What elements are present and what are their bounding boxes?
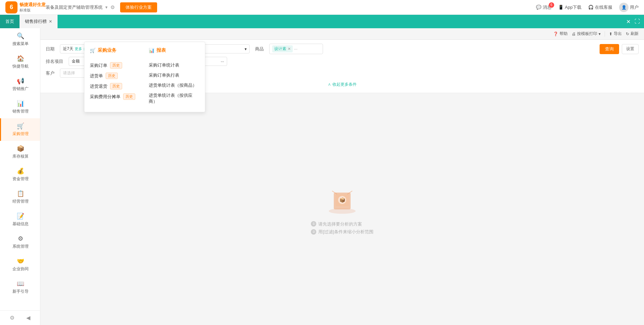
industry-btn[interactable]: 体验行业方案: [120, 2, 157, 12]
home-icon: 🏠: [17, 55, 24, 62]
menu-item-purchase-order[interactable]: 采购订单 历史: [90, 60, 141, 71]
app-download-btn[interactable]: 📱 App下载: [558, 4, 581, 10]
message-icon: 💬: [536, 5, 541, 10]
search-icon: 🔍: [17, 32, 24, 40]
settings-button[interactable]: 设置: [622, 44, 639, 54]
logo: 6 畅捷通好生意 标准版: [5, 1, 46, 13]
message-btn[interactable]: 💬 消息 6: [536, 4, 551, 10]
print-arrow-icon: ▾: [599, 32, 601, 36]
topbar-right: 💬 消息 6 📱 App下载 🎧 在线客服 👤 用户: [536, 3, 639, 12]
basic-icon: 📝: [17, 212, 24, 220]
empty-text: ① 请先选择要分析的方案 ② 用[过滤]条件来缩小分析范围: [311, 220, 373, 236]
help-btn[interactable]: ❓ 帮助: [553, 31, 568, 37]
collapse-icon: ∧: [328, 82, 331, 87]
empty-step-1: ① 请先选择要分析的方案: [311, 220, 373, 228]
goods-tag-close-icon[interactable]: ✕: [288, 47, 291, 51]
divider: [605, 31, 605, 37]
menu-item-purchase-expense[interactable]: 采购费用分摊单 历史: [90, 91, 141, 102]
goods-dots[interactable]: ···: [294, 47, 297, 51]
menu-item-report-receipt-supplier[interactable]: 进货单统计表（按供应商）: [149, 90, 200, 107]
sidebar-item-sales[interactable]: 📊 销售管理: [0, 96, 40, 118]
sidebar-item-inventory[interactable]: 📦 库存核算: [0, 141, 40, 163]
tab-sales-rank[interactable]: 销售排行榜 ✕: [20, 15, 58, 28]
goods-select[interactable]: 设计素 ✕ ···: [269, 44, 323, 54]
purchase-section-icon: 🛒: [90, 48, 96, 53]
customer-label: 客户: [46, 70, 55, 76]
salesman-dots[interactable]: ···: [221, 59, 224, 64]
sidebar-settings-icon[interactable]: ⚙: [10, 315, 14, 321]
export-btn[interactable]: ⬆ 导出: [609, 31, 622, 37]
sidebar-item-basic[interactable]: 📝 基础信息: [0, 208, 40, 231]
toolbar-row: ❓ 帮助 🖨 按模板打印 ▾ ⬆ 导出 ↻ 刷新: [40, 28, 644, 40]
logo-text: 畅捷通好生意 标准版: [20, 2, 46, 12]
newbie-icon: 📖: [17, 280, 24, 287]
history-tag-0: 历史: [110, 62, 122, 69]
refresh-icon: ↻: [626, 32, 629, 36]
content-area: ❓ 帮助 🖨 按模板打印 ▾ ⬆ 导出 ↻ 刷新 日期: [40, 28, 644, 325]
phone-icon: 📱: [558, 5, 564, 10]
help-icon: ❓: [553, 32, 558, 36]
tabbar-right: ✕ ⛶: [626, 15, 644, 28]
sidebar-item-search[interactable]: 🔍 搜索菜单: [0, 28, 40, 51]
sidebar-item-system[interactable]: ⚙ 系统管理: [0, 231, 40, 253]
sidebar-item-finance[interactable]: 💰 资金管理: [0, 163, 40, 186]
sidebar-item-operation[interactable]: 📋 经营管理: [0, 186, 40, 208]
sidebar-item-marketing[interactable]: 📢 营销推广: [0, 73, 40, 96]
online-service-btn[interactable]: 🎧 在线客服: [588, 4, 612, 10]
sidebar-bottom: ⚙ ◀: [0, 310, 40, 325]
purchase-icon: 🛒: [17, 122, 24, 130]
menu-item-report-receipt-goods[interactable]: 进货单统计表（按商品）: [149, 80, 200, 90]
sidebar-item-purchase[interactable]: 🛒 采购管理: [0, 118, 40, 141]
sidebar-collapse-icon[interactable]: ◀: [26, 315, 30, 321]
settings-icon[interactable]: ⚙: [110, 4, 115, 10]
purchase-section-title: 🛒 采购业务: [90, 47, 141, 56]
sidebar-item-quick[interactable]: 🏠 快捷导航: [0, 51, 40, 73]
svg-text:📦: 📦: [339, 197, 346, 203]
tab-window-close-icon[interactable]: ✕: [626, 18, 631, 25]
print-btn[interactable]: 🖨 按模板打印 ▾: [572, 31, 601, 37]
finance-icon: 💰: [17, 167, 24, 175]
bill-status-arrow: ▾: [245, 47, 247, 51]
enterprise-icon: 🤝: [17, 257, 24, 265]
inventory-icon: 📦: [17, 145, 24, 152]
tab-close-icon[interactable]: ✕: [49, 19, 52, 24]
history-tag-2: 历史: [110, 83, 122, 89]
report-section: 📊 报表 采购订单统计表 采购订单执行表 进货单统计表（按商品） 进货单统计表（…: [149, 47, 200, 107]
main-layout: 🔍 搜索菜单 🏠 快捷导航 📢 营销推广 📊 销售管理 🛒 采购管理 📦 库存核…: [0, 28, 644, 325]
rank-label: 排名项目: [46, 58, 63, 65]
fullscreen-icon[interactable]: ⛶: [635, 18, 640, 25]
operation-icon: 📋: [17, 190, 24, 197]
avatar: 👤: [619, 3, 629, 12]
sidebar: 🔍 搜索菜单 🏠 快捷导航 📢 营销推广 📊 销售管理 🛒 采购管理 📦 库存核…: [0, 28, 40, 325]
system-title: 装备及固定资产辅助管理系统: [46, 4, 103, 10]
sales-icon: 📊: [17, 100, 24, 107]
system-icon: ⚙: [18, 235, 23, 242]
goods-label: 商品: [255, 46, 264, 52]
history-tag-3: 历史: [123, 93, 135, 100]
menu-item-purchase-receipt[interactable]: 进货单 历史: [90, 71, 141, 81]
marketing-icon: 📢: [17, 77, 24, 85]
empty-state: 📦 ① 请先选择要分析的方案 ② 用[过滤]条件来缩小分析范围: [40, 93, 644, 325]
query-button[interactable]: 查询: [600, 44, 619, 54]
menu-item-report-order-exec[interactable]: 采购订单执行表: [149, 70, 200, 80]
empty-step-2: ② 用[过滤]条件来缩小分析范围: [311, 228, 373, 236]
logo-icon: 6: [5, 1, 17, 13]
history-tag-1: 历史: [106, 73, 118, 79]
print-icon: 🖨: [572, 32, 576, 36]
tab-home[interactable]: 首页: [0, 15, 20, 28]
sidebar-item-enterprise[interactable]: 🤝 企业协同: [0, 253, 40, 276]
user-btn[interactable]: 👤 用户: [619, 3, 639, 12]
action-btns: 查询 设置: [600, 44, 639, 54]
purchase-section: 🛒 采购业务 采购订单 历史 进货单 历史 进货退货 历史 采购费用分摊单: [90, 47, 141, 107]
topbar: 6 畅捷通好生意 标准版 装备及固定资产辅助管理系统 ▾ ⚙ 体验行业方案 💬 …: [0, 0, 644, 15]
sidebar-item-newbie[interactable]: 📖 新手引导: [0, 276, 40, 298]
empty-illustration: 📦: [322, 182, 362, 216]
menu-item-purchase-return[interactable]: 进货退货 历史: [90, 81, 141, 91]
date-label: 日期: [46, 46, 55, 52]
report-section-icon: 📊: [149, 48, 154, 53]
goods-tag: 设计素 ✕: [272, 45, 293, 52]
refresh-btn[interactable]: ↻ 刷新: [626, 31, 639, 37]
dropdown-arrow-icon[interactable]: ▾: [105, 5, 108, 10]
menu-item-report-order-stats[interactable]: 采购订单统计表: [149, 60, 200, 70]
headset-icon: 🎧: [588, 5, 594, 10]
